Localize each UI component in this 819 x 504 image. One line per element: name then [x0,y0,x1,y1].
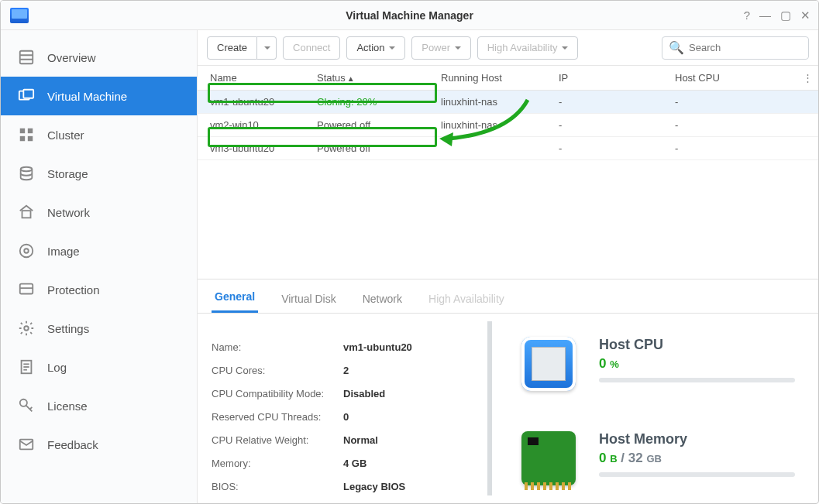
sidebar-item-protection[interactable]: Protection [1,270,197,309]
create-dropdown[interactable] [257,36,277,60]
table-row[interactable]: vm1-ubuntu20 Cloning: 20% linuxhint-nas … [198,91,818,114]
sidebar-label: Image [47,245,80,258]
mem-value: 0 B / 32 GB [599,451,795,466]
create-button[interactable]: Create [207,36,257,60]
sidebar-label: Feedback [47,438,98,451]
sidebar-label: Virtual Machine [47,90,127,103]
sidebar-label: Settings [47,322,89,335]
cpu-icon [521,337,576,391]
ha-button[interactable]: High Availability [477,36,578,60]
overview-icon [18,49,35,66]
ram-icon [521,431,576,485]
maximize-icon[interactable]: ▢ [780,9,791,22]
search-icon: 🔍 [669,40,684,55]
action-button[interactable]: Action [346,36,405,60]
toolbar: Create Connect Action Power High Availab… [198,30,818,66]
mem-bar [599,472,795,477]
storage-icon [18,165,35,182]
sidebar-label: Network [47,206,90,219]
sidebar-item-image[interactable]: Image [1,231,197,270]
sort-asc-icon: ▲ [347,74,355,83]
detail-metrics: Host CPU 0 % Host Memory 0 B / [495,314,818,503]
sidebar-label: Log [47,361,67,374]
svg-point-9 [21,167,33,172]
tab-general[interactable]: General [212,283,258,313]
sidebar-label: Storage [47,167,88,180]
sidebar-item-cluster[interactable]: Cluster [1,115,197,154]
sidebar-label: Cluster [47,129,84,142]
tab-network[interactable]: Network [360,285,405,313]
svg-rect-4 [23,90,33,98]
svg-point-12 [24,249,29,253]
protection-icon [18,281,35,298]
sidebar-label: Protection [47,283,100,297]
svg-point-15 [24,326,29,331]
sidebar-item-network[interactable]: Network [1,193,197,231]
sidebar-label: License [47,399,88,413]
tab-ha[interactable]: High Availability [425,285,508,313]
vm-icon [18,87,35,105]
svg-rect-8 [28,136,33,141]
cpu-bar [599,378,795,382]
sidebar-item-feedback[interactable]: Feedback [1,425,197,464]
svg-rect-5 [20,129,25,133]
detail-tabs: General Virtual Disk Network High Availa… [198,279,818,314]
main: Create Connect Action Power High Availab… [198,30,818,503]
col-name[interactable]: Name [198,72,317,84]
titlebar: Virtual Machine Manager ? — ▢ ✕ [1,1,818,30]
tab-virtual-disk[interactable]: Virtual Disk [278,285,339,313]
sidebar: Overview Virtual Machine Cluster Storage… [1,30,198,503]
metric-cpu: Host CPU 0 % [521,337,795,391]
vm-table: Name Status▲ Running Host IP Host CPU ⋮ … [198,66,818,160]
sidebar-item-overview[interactable]: Overview [1,38,197,77]
col-more-icon[interactable]: ⋮ [797,72,818,84]
detail-properties: Name:vm1-ubuntu20 CPU Cores:2 CPU Compat… [198,321,492,495]
mail-icon [18,436,35,453]
app-icon [10,8,29,23]
metric-memory: Host Memory 0 B / 32 GB [521,431,795,485]
table-header: Name Status▲ Running Host IP Host CPU ⋮ [198,66,818,91]
cluster-icon [18,126,35,143]
connect-button[interactable]: Connect [283,36,340,60]
sidebar-item-license[interactable]: License [1,386,197,425]
power-button[interactable]: Power [411,36,470,60]
svg-rect-0 [20,51,33,64]
minimize-icon[interactable]: — [759,9,771,22]
sidebar-item-settings[interactable]: Settings [1,309,197,348]
col-ip[interactable]: IP [559,72,675,84]
sidebar-item-virtual-machine[interactable]: Virtual Machine [1,77,197,115]
col-cpu[interactable]: Host CPU [675,72,797,84]
image-icon [18,242,35,259]
sidebar-item-log[interactable]: Log [1,348,197,386]
col-host[interactable]: Running Host [441,72,559,84]
sidebar-item-storage[interactable]: Storage [1,154,197,193]
network-icon [18,204,35,221]
detail-pane: General Virtual Disk Network High Availa… [198,279,818,503]
table-row[interactable]: vm3-ubuntu20 Powered off - - [198,137,818,160]
svg-rect-6 [28,129,33,133]
table-row[interactable]: vm2-win10 Powered off linuxhint-nas - - [198,114,818,137]
sidebar-label: Overview [47,51,96,64]
window-title: Virtual Machine Manager [1,9,818,22]
log-icon [18,358,35,375]
key-icon [18,397,35,414]
svg-point-11 [20,245,33,258]
window-controls: ? — ▢ ✕ [744,9,810,22]
cpu-value: 0 % [599,356,795,372]
svg-rect-10 [22,211,31,218]
help-icon[interactable]: ? [744,9,750,22]
search-box[interactable]: 🔍 [662,36,809,60]
close-icon[interactable]: ✕ [800,9,810,22]
svg-rect-7 [20,136,25,141]
col-status[interactable]: Status▲ [317,72,441,84]
search-input[interactable] [689,42,802,53]
gear-icon [18,320,35,337]
